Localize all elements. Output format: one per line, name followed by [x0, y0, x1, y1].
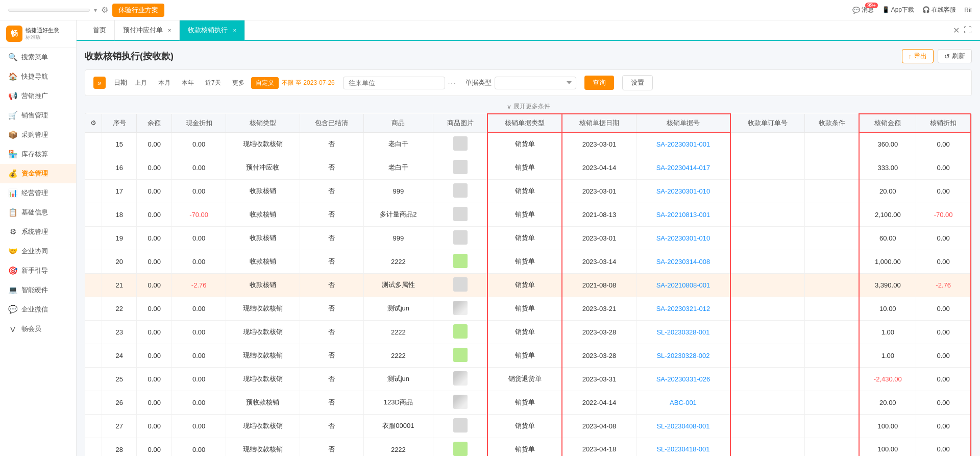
filter-dots: ···: [448, 79, 457, 87]
writeoff-no-link[interactable]: SA-20210813-001: [656, 211, 710, 219]
industry-btn[interactable]: 休验行业方案: [112, 4, 164, 17]
sidebar-item-14[interactable]: V畅会员: [0, 319, 76, 339]
sidebar-item-1[interactable]: 🏠快捷导航: [0, 67, 76, 86]
expand-window-icon[interactable]: ⛶: [964, 26, 972, 35]
writeoff-no-link[interactable]: SA-20230301-001: [656, 140, 710, 148]
cell-writeoff-discount: 0.00: [916, 438, 971, 456]
cell-balance: 0.00: [137, 179, 172, 203]
date-opt-last-month[interactable]: 上月: [130, 77, 152, 89]
writeoff-no-link[interactable]: SA-20230331-026: [656, 375, 710, 383]
cell-writeoff-amount: 60.00: [859, 226, 916, 250]
cell-product-img: [433, 156, 487, 179]
sidebar-item-11[interactable]: 🎯新手引导: [0, 261, 76, 280]
cell-gear: [85, 414, 102, 438]
cell-writeoff-date: 2023-03-01: [562, 226, 636, 250]
writeoff-no-link[interactable]: SL-20230418-001: [656, 445, 709, 453]
sidebar-icon-9: ⚙: [8, 227, 17, 236]
writeoff-no-link[interactable]: SL-20230328-001: [656, 328, 709, 336]
sidebar-label-11: 新手引导: [21, 266, 48, 275]
refresh-btn[interactable]: ↺ 刷新: [938, 49, 972, 63]
sidebar-item-0[interactable]: 🔍搜索菜单: [0, 47, 76, 67]
sidebar-item-5[interactable]: 🏪库存核算: [0, 145, 76, 164]
cell-gear: [85, 226, 102, 250]
writeoff-no-link[interactable]: SA-20230414-017: [656, 164, 710, 172]
sidebar-label-7: 经营管理: [21, 188, 48, 198]
cell-writeoff-discount: -2.76: [916, 273, 971, 297]
sidebar-item-13[interactable]: 💬企业微信: [0, 300, 76, 319]
date-opt-custom[interactable]: 自定义: [251, 77, 279, 89]
settings-gear-icon[interactable]: ⚙: [101, 5, 108, 15]
cell-writeoff-discount: 0.00: [916, 250, 971, 273]
product-thumbnail: [453, 301, 468, 315]
date-opt-7days[interactable]: 近7天: [201, 77, 226, 89]
voucher-type-select[interactable]: [495, 77, 576, 89]
close-window-icon[interactable]: ✕: [953, 26, 960, 35]
tab-writeoff[interactable]: 收款核销执行 ×: [180, 20, 244, 40]
sidebar-item-12[interactable]: 💻智能硬件: [0, 280, 76, 300]
sidebar-item-6[interactable]: 💰资金管理: [0, 164, 76, 183]
writeoff-no-link[interactable]: ABC-001: [670, 399, 697, 406]
settings-btn[interactable]: 设置: [622, 75, 653, 90]
cell-writeoff-amount: 333.00: [859, 156, 916, 179]
col-writeoff-discount-header: 核销折扣: [916, 114, 971, 132]
expand-conditions-bar[interactable]: ∨ 展开更多条件: [85, 100, 972, 113]
filter-toggle-btn[interactable]: »: [93, 77, 106, 89]
app-download-btn[interactable]: 📱 App下载: [882, 6, 914, 14]
cell-balance: 0.00: [137, 273, 172, 297]
sidebar-item-7[interactable]: 📊经营管理: [0, 183, 76, 203]
writeoff-no-link[interactable]: SA-20210808-001: [656, 281, 710, 289]
voucher-type-filter-group: 单据类型: [465, 77, 576, 89]
date-opt-this-month[interactable]: 本月: [154, 77, 175, 89]
tab-home[interactable]: 首页: [85, 20, 115, 40]
top-bar-left: ▾ ⚙ 休验行业方案: [8, 4, 846, 17]
cell-cash-discount: 0.00: [172, 297, 226, 320]
table-row: 17 0.00 0.00 收款核销 否 999 销货单 2023-03-01 S…: [85, 179, 971, 203]
tab-writeoff-close[interactable]: ×: [233, 27, 236, 33]
tab-prepay-close[interactable]: ×: [168, 27, 171, 33]
cell-writeoff-type: 预收款核销: [226, 391, 300, 414]
user-name[interactable]: Rit: [964, 7, 972, 14]
writeoff-no-link[interactable]: SL-20230408-001: [656, 422, 709, 430]
writeoff-no-link[interactable]: SA-20230321-012: [656, 305, 710, 313]
col-gear-header: ⚙: [85, 114, 102, 132]
writeoff-no-link[interactable]: SA-20230301-010: [656, 234, 710, 242]
cell-writeoff-no: SA-20230414-017: [636, 156, 730, 179]
sidebar-icon-10: 🤝: [8, 247, 17, 256]
sidebar-item-4[interactable]: 📦采购管理: [0, 125, 76, 145]
cell-receipt-order-no: [730, 156, 804, 179]
cell-seq: 26: [102, 391, 137, 414]
message-btn[interactable]: 💬 消息 99+: [852, 6, 874, 14]
sidebar-item-3[interactable]: 🛒销售管理: [0, 106, 76, 125]
writeoff-no-link[interactable]: SA-20230301-010: [656, 187, 710, 195]
breadcrumb-search[interactable]: [8, 9, 90, 12]
product-thumbnail: [453, 324, 468, 339]
tab-prepay[interactable]: 预付冲应付单 ×: [115, 20, 180, 40]
export-btn[interactable]: ↑ 导出: [902, 49, 934, 63]
date-opt-more[interactable]: 更多: [228, 77, 249, 89]
sidebar-label-1: 快捷导航: [21, 72, 48, 81]
sidebar-item-9[interactable]: ⚙系统管理: [0, 222, 76, 242]
cell-receipt-condition: [804, 344, 859, 367]
writeoff-no-link[interactable]: SL-20230328-002: [656, 352, 709, 359]
cell-gear: [85, 367, 102, 391]
partner-input[interactable]: [343, 77, 445, 89]
query-btn[interactable]: 查询: [584, 76, 614, 90]
sidebar-icon-0: 🔍: [8, 53, 17, 62]
table-body: 15 0.00 0.00 现结收款核销 否 老白干 销货单 2023-03-01…: [85, 132, 971, 456]
writeoff-no-link[interactable]: SA-20230314-008: [656, 258, 710, 266]
cell-receipt-condition: [804, 250, 859, 273]
cell-writeoff-voucher-type: 销货单: [487, 320, 562, 344]
cell-writeoff-type: 收款核销: [226, 273, 300, 297]
sidebar-item-8[interactable]: 📋基础信息: [0, 203, 76, 222]
cell-product: 999: [363, 179, 433, 203]
date-opt-this-year[interactable]: 本年: [177, 77, 199, 89]
online-service-btn[interactable]: 🎧 在线客服: [922, 6, 956, 14]
product-thumbnail: [453, 371, 468, 386]
sidebar-item-10[interactable]: 🤝企业协同: [0, 242, 76, 261]
cell-receipt-condition: [804, 203, 859, 226]
page-header: 收款核销执行(按收款) ↑ 导出 ↺ 刷新: [85, 49, 972, 63]
cell-receipt-condition: [804, 273, 859, 297]
cell-cash-discount: 0.00: [172, 344, 226, 367]
sidebar-item-2[interactable]: 📢营销推广: [0, 86, 76, 106]
cell-gear: [85, 132, 102, 156]
